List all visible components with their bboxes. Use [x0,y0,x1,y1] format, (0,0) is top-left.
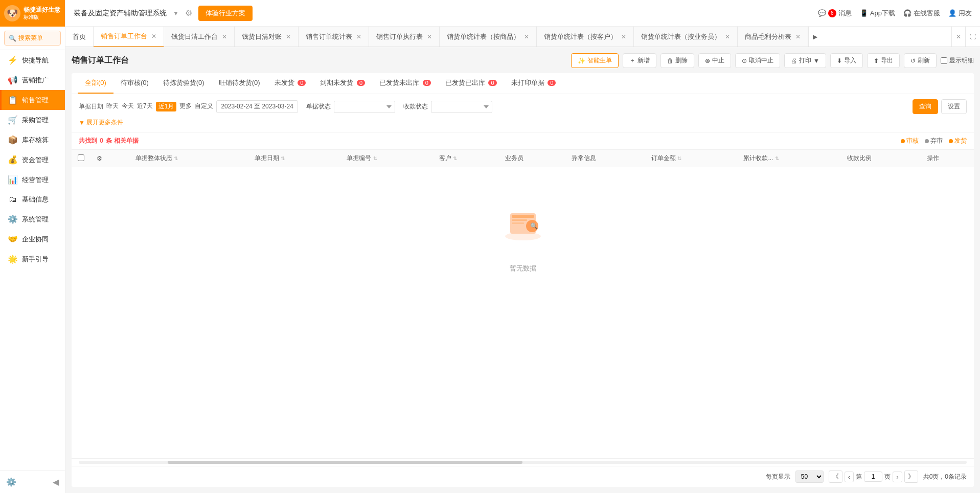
tab-sales-summary-staff-label: 销货单统计表（按业务员） [641,32,721,41]
query-button[interactable]: 查询 [913,99,938,114]
tab-summary-staff-close-icon[interactable]: ✕ [725,33,730,40]
date-yesterday[interactable]: 昨天 [106,102,119,111]
tab-sales-summary-staff[interactable]: 销货单统计表（按业务员） ✕ [634,27,738,47]
message-item[interactable]: 💬 6 消息 [818,9,852,18]
show-detail-checkbox[interactable] [941,57,947,64]
export-button[interactable]: ⬆ 导出 [867,53,900,68]
header-gear-icon[interactable]: ⚙ [185,8,192,18]
ship-action-button[interactable]: 发货 [949,137,967,145]
tab-cash-reconcile-close-icon[interactable]: ✕ [286,33,291,40]
add-button[interactable]: ＋ 新增 [623,53,656,68]
sub-tab-shipped-out[interactable]: 已发货已出库 0 [438,73,504,94]
cancel-stop-button[interactable]: ⊙ 取消中止 [735,53,780,68]
tab-cash-reconcile[interactable]: 钱货日清对账 ✕ [235,27,299,47]
app-download-item[interactable]: 📱 App下载 [860,9,895,18]
scroll-thumb[interactable] [168,461,523,464]
tab-more-button[interactable]: ▶ [808,27,822,47]
sidebar-item-newbie[interactable]: 🌟 新手引导 [0,249,65,269]
sidebar-item-operations[interactable]: 📊 经营管理 [0,170,65,190]
review-action-button[interactable]: 审核 [901,137,919,145]
tab-sales-workbench[interactable]: 销售订单工作台 ✕ [94,27,164,47]
sub-tab-all[interactable]: 全部(0) [78,73,113,94]
sidebar-item-basic[interactable]: 🗂 基础信息 [0,190,65,209]
sidebar-item-enterprise[interactable]: 🤝 企业协同 [0,229,65,249]
tab-sales-exec-close-icon[interactable]: ✕ [427,33,432,40]
tab-bar: 首页 销售订单工作台 ✕ 钱货日清工作台 ✕ 钱货日清对账 ✕ 销售订单统计表 … [65,27,980,47]
sub-tab-pending-review[interactable]: 待审核(0) [113,73,156,94]
tab-fullscreen-button[interactable]: ⛶ [965,27,980,47]
page-size-select[interactable]: 50 20 100 [795,470,824,483]
trial-button[interactable]: 体验行业方案 [198,6,253,21]
date-today[interactable]: 今天 [122,102,134,111]
tab-sales-stats-close-icon[interactable]: ✕ [356,33,361,40]
sidebar-item-system-label: 系统管理 [22,215,49,224]
show-detail-checkbox-area[interactable]: 显示明细 [941,56,974,65]
next-page-button[interactable]: › [893,472,902,482]
prev-page-button[interactable]: ‹ [845,472,854,482]
smart-generate-button[interactable]: ✨ 智能生单 [571,53,619,68]
settings-bottom-button[interactable]: ⚙️ [4,475,18,489]
th-gear: ⚙ [90,150,129,167]
collapse-button[interactable]: ◀ [51,475,61,489]
empty-illustration: 🔍 [497,198,549,259]
expand-conditions-button[interactable]: ▼ 展开更多条件 [79,118,123,127]
sidebar-item-marketing[interactable]: 📢 营销推广 [0,70,65,90]
payment-select[interactable] [431,101,492,113]
sidebar-item-quick-nav[interactable]: ⚡ 快捷导航 [0,50,65,70]
tab-gross-margin[interactable]: 商品毛利分析表 ✕ [738,27,808,47]
sub-tab-pending-inspection[interactable]: 待拣货验货(0) [156,73,212,94]
cancel-review-action-button[interactable]: 弃审 [925,137,943,145]
filter-row-1: 单据日期 昨天 今天 近7天 近1月 更多 自定义 2023-02-24 至 2… [79,99,967,114]
sidebar-item-quick-nav-label: 快捷导航 [22,56,49,65]
date-more[interactable]: 更多 [179,102,192,111]
sidebar-item-purchase[interactable]: 🛒 采购管理 [0,110,65,130]
date-7days[interactable]: 近7天 [137,102,153,111]
stop-button[interactable]: ⊗ 中止 [698,53,731,68]
last-page-button[interactable]: 》 [904,470,918,483]
date-range-display[interactable]: 2023-02-24 至 2023-03-24 [216,100,298,113]
page-number-input[interactable] [864,472,882,482]
search-menu-button[interactable]: 🔍 搜索菜单 [4,31,61,46]
sub-tab-overdue[interactable]: 到期未发货 0 [313,73,372,94]
payment-filter-label: 收款状态 [403,102,428,111]
tab-sales-exec[interactable]: 销售订单执行表 ✕ [369,27,440,47]
status-select[interactable] [334,101,395,113]
sidebar-item-finance[interactable]: 💰 资金管理 [0,150,65,170]
date-custom[interactable]: 自定义 [195,102,213,111]
tab-sales-summary-product[interactable]: 销货单统计表（按商品） ✕ [440,27,537,47]
review-dot [901,139,905,143]
sidebar-item-system[interactable]: ⚙️ 系统管理 [0,209,65,229]
tab-gross-margin-close-icon[interactable]: ✕ [795,33,801,40]
sales-icon: 📋 [8,95,18,105]
select-all-checkbox[interactable] [78,154,84,161]
tab-sales-stats[interactable]: 销售订单统计表 ✕ [299,27,369,47]
tab-sales-summary-customer[interactable]: 销货单统计表（按客户） ✕ [537,27,634,47]
online-service-item[interactable]: 🎧 在线客服 [903,9,940,18]
sidebar-search-area: 🔍 搜索菜单 [0,27,65,50]
refresh-button[interactable]: ↺ 刷新 [904,53,937,68]
sidebar-item-inventory[interactable]: 📦 库存核算 [0,130,65,150]
tab-cash-daily-close-icon[interactable]: ✕ [222,33,227,40]
user-item[interactable]: 👤 用友 [948,9,972,18]
sub-tab-wangpu[interactable]: 旺铺待发货(0) [212,73,267,94]
first-page-button[interactable]: 《 [829,470,842,483]
tab-summary-product-close-icon[interactable]: ✕ [524,33,529,40]
tab-sales-workbench-close-icon[interactable]: ✕ [151,33,156,40]
page-content: 销售订单工作台 ✨ 智能生单 ＋ 新增 🗑 删除 ⊗ 中止 [65,47,980,493]
tab-close-all-button[interactable]: ✕ [951,27,965,47]
tab-cash-daily[interactable]: 钱货日清工作台 ✕ [164,27,235,47]
date-1month[interactable]: 近1月 [156,102,177,111]
print-button[interactable]: 🖨 打印 ▼ [784,53,826,68]
sub-tab-not-printed[interactable]: 未打印单据 0 [504,73,563,94]
delete-icon: 🗑 [667,57,673,64]
sidebar-item-sales[interactable]: 📋 销售管理 [0,90,65,110]
inventory-icon: 📦 [8,135,18,145]
tab-home[interactable]: 首页 [65,27,94,47]
tab-summary-customer-close-icon[interactable]: ✕ [621,33,626,40]
delete-button[interactable]: 🗑 删除 [660,53,694,68]
import-button[interactable]: ⬇ 导入 [830,53,863,68]
sub-tab-shipped-not-out[interactable]: 已发货未出库 0 [372,73,438,94]
sub-tab-not-shipped[interactable]: 未发货 0 [267,73,313,94]
user-label: 用友 [959,9,972,18]
filter-settings-button[interactable]: 设置 [941,99,967,114]
